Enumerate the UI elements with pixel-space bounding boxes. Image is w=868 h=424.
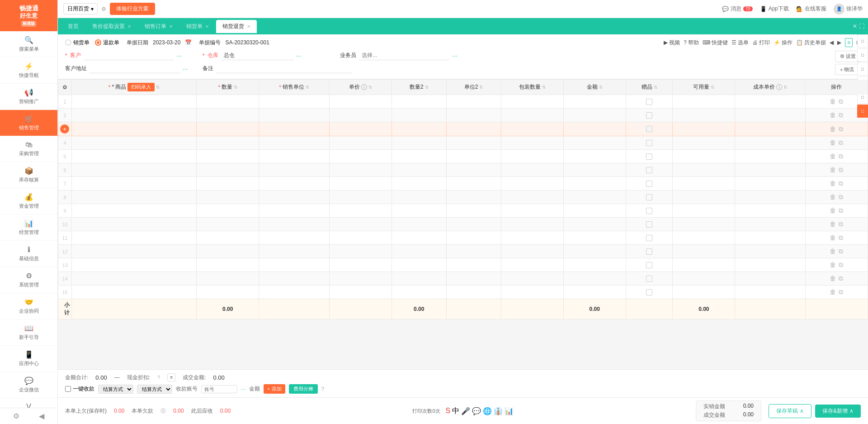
row-4-delete-btn[interactable]: 🗑: [830, 139, 836, 147]
row-8-cost-price[interactable]: [735, 191, 805, 204]
row-2-cost-price[interactable]: [735, 109, 805, 122]
tab-price-extract-close[interactable]: ✕: [127, 24, 131, 29]
row-11-delete-btn[interactable]: 🗑: [830, 234, 836, 242]
row-12-unit2[interactable]: [446, 245, 501, 258]
row-13-gift[interactable]: [626, 258, 673, 272]
row-3-copy-btn[interactable]: ⧉: [839, 125, 843, 133]
operation-btn[interactable]: ⚡ 操作: [774, 39, 793, 47]
row-13-unit[interactable]: [259, 258, 329, 272]
float-btn-1[interactable]: □: [857, 34, 868, 48]
row-11-pkg-qty[interactable]: [501, 231, 563, 245]
row-6-price[interactable]: [329, 163, 392, 177]
row-14-price[interactable]: [329, 272, 392, 286]
th-cost-price-info[interactable]: i: [776, 84, 782, 90]
row-10-price[interactable]: [329, 218, 392, 231]
row-1-gift-checkbox[interactable]: [646, 99, 652, 105]
row-4-cost-price[interactable]: [735, 136, 805, 150]
row-2-gift-checkbox[interactable]: [646, 112, 652, 119]
radio-return-order[interactable]: 退款单: [95, 39, 119, 47]
row-6-gift-checkbox[interactable]: [646, 167, 652, 173]
address-input[interactable]: [90, 64, 180, 73]
row-2-copy-btn[interactable]: ⧉: [839, 111, 843, 119]
row-2-pkg-qty[interactable]: [501, 109, 563, 122]
row-3-gift[interactable]: [626, 122, 673, 136]
row-1-copy-btn[interactable]: ⧉: [839, 98, 843, 105]
row-5-unit[interactable]: [259, 150, 329, 163]
sidebar-collapse-btn[interactable]: ◀: [39, 412, 44, 420]
row-5-available[interactable]: [673, 150, 735, 163]
row-14-gift[interactable]: [626, 272, 673, 286]
row-1-cost-price[interactable]: [735, 95, 805, 109]
radio-return-btn[interactable]: [95, 39, 101, 46]
salesperson-picker-btn[interactable]: ···: [452, 52, 458, 59]
app-download-btn[interactable]: 📱 App下载: [760, 5, 789, 13]
row-9-unit2[interactable]: [446, 204, 501, 218]
row-14-unit2[interactable]: [446, 272, 501, 286]
row-6-available[interactable]: [673, 163, 735, 177]
footer-icon-1[interactable]: S: [446, 407, 451, 415]
add-fee-btn[interactable]: + 添加: [264, 384, 285, 394]
tab-sales-return[interactable]: 销货退货 ✕: [216, 20, 257, 33]
sidebar-item-wechat[interactable]: 💬 企业微信: [0, 372, 57, 398]
row-10-copy-btn[interactable]: ⧉: [839, 220, 843, 228]
row-6-product[interactable]: [72, 163, 197, 177]
row-10-available[interactable]: [673, 218, 735, 231]
sidebar-item-enterprise[interactable]: 🤝 企业协同: [0, 293, 57, 319]
row-11-available[interactable]: [673, 231, 735, 245]
row-4-amount[interactable]: [563, 136, 626, 150]
row-13-unit2[interactable]: [446, 258, 501, 272]
footer-icon-5[interactable]: 🌐: [483, 407, 492, 415]
user-info-btn[interactable]: 👤 徐泽华: [834, 4, 863, 14]
row-10-unit[interactable]: [259, 218, 329, 231]
row-15-gift-checkbox[interactable]: [646, 289, 652, 295]
row-13-delete-btn[interactable]: 🗑: [830, 261, 836, 269]
row-7-available[interactable]: [673, 177, 735, 191]
row-12-pkg-qty[interactable]: [501, 245, 563, 258]
one-click-pay-check[interactable]: [65, 386, 71, 392]
row-5-copy-btn[interactable]: ⧉: [839, 152, 843, 160]
row-13-qty2[interactable]: [392, 258, 446, 272]
row-15-qty2[interactable]: [392, 286, 446, 299]
row-3-add-btn[interactable]: +: [60, 124, 69, 133]
sidebar-item-app-center[interactable]: 📱 应用中心: [0, 346, 57, 372]
row-3-delete-btn[interactable]: 🗑: [830, 125, 836, 133]
th-price-sort[interactable]: ⇅: [368, 85, 372, 90]
row-7-delete-btn[interactable]: 🗑: [830, 180, 836, 187]
row-10-delete-btn[interactable]: 🗑: [830, 220, 836, 228]
shortcut-btn[interactable]: ⌨ 快捷键: [703, 39, 728, 47]
radio-sales-btn[interactable]: [65, 39, 71, 46]
row-5-cost-price[interactable]: [735, 150, 805, 163]
row-1-unit2[interactable]: [446, 95, 501, 109]
row-9-amount[interactable]: [563, 204, 626, 218]
row-15-cost-price[interactable]: [735, 286, 805, 299]
footer-icon-7[interactable]: 📊: [505, 407, 514, 415]
row-1-qty2[interactable]: [392, 95, 446, 109]
sidebar-item-membership[interactable]: V 畅会员: [0, 398, 57, 408]
tab-sales[interactable]: 销货单 ✕: [180, 20, 215, 33]
customer-picker-btn[interactable]: ···: [177, 52, 182, 59]
row-4-copy-btn[interactable]: ⧉: [839, 139, 843, 147]
row-4-price[interactable]: [329, 136, 392, 150]
row-12-unit[interactable]: [259, 245, 329, 258]
row-2-gift[interactable]: [626, 109, 673, 122]
float-btn-3[interactable]: □: [857, 62, 868, 76]
sidebar-item-guide[interactable]: 📖 新手引导: [0, 319, 57, 346]
sidebar-item-system[interactable]: ⚙ 系统管理: [0, 267, 57, 293]
row-13-copy-btn[interactable]: ⧉: [839, 261, 843, 269]
row-4-qty[interactable]: [197, 136, 259, 150]
row-8-unit2[interactable]: [446, 191, 501, 204]
sidebar-item-finance[interactable]: 💰 资金管理: [0, 188, 57, 214]
radio-sales-order[interactable]: 销货单: [65, 39, 90, 47]
row-5-unit2[interactable]: [446, 150, 501, 163]
row-10-qty2[interactable]: [392, 218, 446, 231]
row-1-price[interactable]: [329, 95, 392, 109]
row-8-qty[interactable]: [197, 191, 259, 204]
row-10-qty[interactable]: [197, 218, 259, 231]
row-4-unit[interactable]: [259, 136, 329, 150]
th-product-sort[interactable]: ⇅: [156, 85, 160, 90]
row-6-qty2[interactable]: [392, 163, 446, 177]
row-4-product[interactable]: [72, 136, 197, 150]
th-price-info[interactable]: i: [361, 84, 367, 90]
print-btn[interactable]: 🖨 打印: [752, 39, 770, 47]
industry-select[interactable]: 日用百货 ▾: [63, 3, 98, 14]
